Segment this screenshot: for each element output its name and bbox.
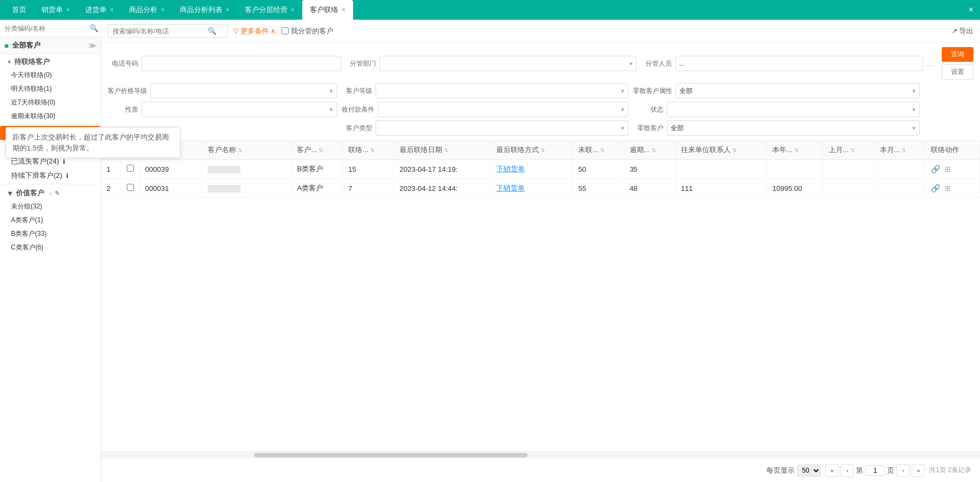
phone-label: 电话号码 <box>108 59 138 68</box>
sort-icon-name[interactable]: ⇅ <box>238 147 242 153</box>
close-customer-segment-tab[interactable]: × <box>291 6 295 14</box>
dept-select-wrapper: ▼ <box>379 56 637 71</box>
nature-label: 性质 <box>108 105 138 114</box>
window-close-button[interactable]: × <box>969 5 973 15</box>
per-page-selector: 每页显示 50 <box>766 464 821 477</box>
close-product-analysis-list-tab[interactable]: × <box>226 6 230 14</box>
th-action: 联络动作 <box>925 141 980 160</box>
sort-icon-last-month[interactable]: ⇅ <box>850 147 855 153</box>
th-this-year: 本年... ⇅ <box>767 141 823 160</box>
search-box: 🔍 <box>108 24 228 38</box>
th-type: 客户... ⇅ <box>291 141 343 160</box>
sidebar-item-tomorrow[interactable]: 明天待联络(1) <box>0 82 101 96</box>
sort-icon-unit-contact[interactable]: ⇅ <box>732 147 737 153</box>
row1-pending: 50 <box>573 160 624 179</box>
row1-last-method-link[interactable]: 下销货单 <box>496 165 525 173</box>
dept-select[interactable] <box>379 56 637 71</box>
search-input[interactable] <box>113 27 206 35</box>
customer-grade-select[interactable] <box>375 83 629 98</box>
first-page-button[interactable]: « <box>825 464 838 477</box>
th-overdue: 逾期... ⇅ <box>624 141 675 160</box>
row2-last-month <box>823 179 874 198</box>
sidebar-item-overdue[interactable]: 逾期未联络(30) <box>0 109 101 123</box>
customer-type-field: 客户类型 ▼ <box>342 120 629 136</box>
manager-label: 分管人员 <box>641 59 672 68</box>
row2-checkbox <box>121 179 139 198</box>
price-grade-select[interactable] <box>150 83 337 98</box>
sidebar-item-class-a[interactable]: A类客户(1) <box>0 213 101 227</box>
phone-field: 电话号码 <box>108 56 341 71</box>
nature-select[interactable] <box>142 102 337 117</box>
tab-sales[interactable]: 销货单 × <box>34 0 78 20</box>
query-button[interactable]: 查询 <box>942 47 973 62</box>
row2-link-icon[interactable]: 🔗 <box>931 184 940 193</box>
tab-customer-contact[interactable]: 客户联络 × <box>302 0 353 20</box>
tab-product-analysis-list[interactable]: 商品分析列表 × <box>172 0 237 20</box>
tab-product-analysis[interactable]: 商品分析 × <box>121 0 172 20</box>
last-page-button[interactable]: » <box>912 464 925 477</box>
sort-icon-contact[interactable]: ⇅ <box>370 147 374 153</box>
tab-home[interactable]: 首页 <box>4 0 34 20</box>
retail-attr-label: 零散客户属性 <box>633 86 672 96</box>
sort-icon-type[interactable]: ⇅ <box>319 147 323 153</box>
manager-input[interactable] <box>675 56 923 71</box>
manager-more-icon[interactable]: … <box>925 59 933 68</box>
sort-icon-pending[interactable]: ⇅ <box>600 147 605 153</box>
row1-link-icon[interactable]: 🔗 <box>931 165 940 173</box>
sort-icon-last-date[interactable]: ⇅ <box>444 147 448 153</box>
row2-no: 2 <box>101 179 121 198</box>
my-customer-checkbox[interactable] <box>281 27 289 34</box>
sidebar-item-today[interactable]: 今天待联络(0) <box>0 68 101 82</box>
retail-customer-select[interactable]: 全部 <box>667 120 920 136</box>
sidebar-item-class-b[interactable]: B类客户(33) <box>0 227 101 241</box>
row1-grid-icon[interactable]: ⊞ <box>944 165 951 173</box>
sidebar-item-class-c[interactable]: C类客户(6) <box>0 241 101 254</box>
row1-select-checkbox[interactable] <box>127 165 134 172</box>
close-customer-contact-tab[interactable]: × <box>342 6 345 14</box>
edit-icon2[interactable]: ✎ <box>55 190 60 197</box>
search-icon[interactable]: 🔍 <box>208 27 216 35</box>
status-select[interactable] <box>667 102 920 117</box>
customer-type-select[interactable] <box>375 120 629 136</box>
per-page-select[interactable]: 50 <box>797 464 821 477</box>
row2-select-checkbox[interactable] <box>127 184 134 191</box>
prev-page-button[interactable]: ‹ <box>841 464 854 477</box>
sidebar-item-7days[interactable]: 近7天待联络(0) <box>0 96 101 109</box>
sidebar-item-decline[interactable]: 持续下滑客户(2) ℹ <box>0 169 101 183</box>
sidebar-search-icon[interactable]: 🔍 <box>90 24 98 32</box>
edit-icon[interactable]: ○ <box>49 190 52 196</box>
th-pending: 未联... ⇅ <box>573 141 624 160</box>
sort-icon-overdue[interactable]: ⇅ <box>652 147 656 153</box>
payment-field: 收付款条件 ▼ <box>342 102 629 117</box>
sidebar-search-input[interactable] <box>4 25 86 32</box>
phone-input[interactable] <box>142 56 341 71</box>
sort-icon-last-method[interactable]: ⇅ <box>541 147 545 153</box>
row2-last-method-link[interactable]: 下销货单 <box>496 184 525 192</box>
scrollbar-thumb[interactable] <box>254 453 527 457</box>
close-product-analysis-tab[interactable]: × <box>161 6 165 14</box>
export-button[interactable]: ↗ 导出 <box>952 26 973 36</box>
sidebar-item-ungroup[interactable]: 未分组(32) <box>0 200 101 213</box>
more-conditions-btn[interactable]: ▽ 更多条件 ∧ <box>233 26 276 36</box>
close-sales-tab[interactable]: × <box>66 6 70 14</box>
sort-icon-this-month[interactable]: ⇅ <box>901 147 906 153</box>
retail-attr-select[interactable]: 全部 <box>676 83 920 98</box>
collapse-button[interactable]: ≫ <box>89 42 96 50</box>
pending-group-label: ▼ 待联络客户 <box>0 54 101 68</box>
close-purchase-tab[interactable]: × <box>110 6 114 14</box>
horizontal-scrollbar[interactable] <box>101 451 980 458</box>
my-customer-checkbox-label[interactable]: 我分管的客户 <box>281 26 333 36</box>
payment-select[interactable] <box>378 102 629 117</box>
row2-grid-icon[interactable]: ⊞ <box>944 184 951 193</box>
settings-button[interactable]: 设置 <box>942 64 973 80</box>
next-page-button[interactable]: › <box>896 464 909 477</box>
page-number-input[interactable] <box>865 465 885 476</box>
tab-purchase[interactable]: 进货单 × <box>78 0 121 20</box>
tab-customer-segment[interactable]: 客户分层经营 × <box>237 0 302 20</box>
row1-last-date: 2023-04-17 14:19: <box>394 160 491 179</box>
row2-name <box>202 179 291 198</box>
sort-icon-this-year[interactable]: ⇅ <box>794 147 799 153</box>
customer-grade-select-wrapper: ▼ <box>375 83 629 98</box>
tooltip-popup: 距客户上次交易时长，超过了此客户的平均交易周期的1.5倍，则视为异常。 <box>5 127 180 158</box>
hash-icon: ■ <box>4 42 9 50</box>
